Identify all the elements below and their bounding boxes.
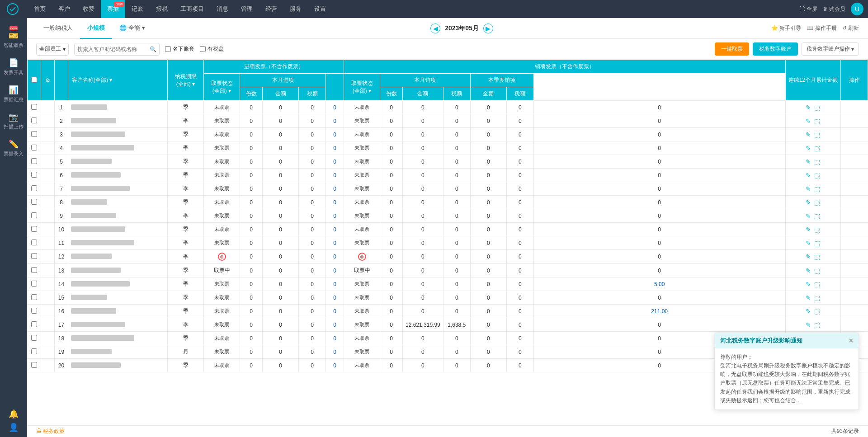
cell-checkbox[interactable] (28, 223, 41, 236)
edit-icon[interactable]: ✎ (806, 212, 811, 220)
row-checkbox[interactable] (31, 267, 37, 273)
copy-icon[interactable]: ⬚ (814, 199, 820, 206)
sub-ledger-checkbox[interactable] (165, 46, 171, 52)
copy-icon[interactable]: ⬚ (814, 240, 820, 247)
row-checkbox[interactable] (31, 145, 37, 150)
nav-operation[interactable]: 经营 (259, 0, 283, 18)
sidebar-item-scan[interactable]: 📷 扫描上传 (0, 108, 27, 135)
nav-business[interactable]: 工商项目 (174, 0, 210, 18)
has-tax-checkbox-wrap[interactable]: 有税盘 (200, 45, 224, 53)
nav-income[interactable]: 收费 (76, 0, 101, 18)
edit-icon[interactable]: ✎ (806, 172, 811, 179)
nav-manage[interactable]: 管理 (235, 0, 259, 18)
nav-bookkeeping[interactable]: 记账 (125, 0, 150, 18)
sidebar-item-entry[interactable]: ✏️ 票据录入 (0, 135, 27, 162)
edit-icon[interactable]: ✎ (806, 185, 811, 193)
one-key-invoice-btn[interactable]: 一键取票 (715, 42, 749, 56)
copy-icon[interactable]: ⬚ (814, 212, 820, 220)
next-month-btn[interactable]: ▶ (483, 23, 493, 33)
copy-icon[interactable]: ⬚ (814, 131, 820, 138)
edit-icon[interactable]: ✎ (806, 308, 811, 315)
row-checkbox[interactable] (31, 117, 37, 123)
refresh-btn[interactable]: ↺ 刷新 (842, 24, 859, 32)
copy-icon[interactable]: ⬚ (814, 172, 820, 179)
user-avatar[interactable]: U (851, 3, 863, 15)
row-checkbox[interactable] (31, 212, 37, 218)
cell-checkbox[interactable] (28, 359, 41, 372)
nav-home[interactable]: 首页 (28, 0, 52, 18)
row-checkbox[interactable] (31, 158, 37, 164)
copy-icon[interactable]: ⬚ (814, 281, 820, 288)
prev-month-btn[interactable]: ◀ (430, 23, 440, 33)
row-checkbox[interactable] (31, 253, 37, 259)
row-checkbox[interactable] (31, 199, 37, 205)
edit-icon[interactable]: ✎ (806, 321, 811, 329)
cell-checkbox[interactable] (28, 182, 41, 196)
edit-icon[interactable]: ✎ (806, 226, 811, 233)
cell-checkbox[interactable] (28, 169, 41, 182)
search-input[interactable] (77, 46, 150, 52)
copy-icon[interactable]: ⬚ (814, 253, 820, 260)
member-btn[interactable]: ♛ 购会员 (823, 5, 845, 13)
cell-checkbox[interactable] (28, 345, 41, 359)
cell-checkbox[interactable] (28, 305, 41, 318)
search-icon[interactable]: 🔍 (150, 46, 156, 52)
nav-tax[interactable]: 报税 (150, 0, 174, 18)
row-checkbox[interactable] (31, 335, 37, 341)
sidebar-bell-icon[interactable]: 🔔 (9, 409, 19, 419)
new-guide-btn[interactable]: ⭐ 新手引导 (771, 24, 801, 32)
row-checkbox[interactable] (31, 104, 37, 110)
cell-checkbox[interactable] (28, 277, 41, 291)
copy-icon[interactable]: ⬚ (814, 185, 820, 193)
cell-checkbox[interactable] (28, 141, 41, 155)
row-checkbox[interactable] (31, 185, 37, 191)
copy-icon[interactable]: ⬚ (814, 158, 820, 165)
edit-icon[interactable]: ✎ (806, 104, 811, 111)
nav-message[interactable]: 消息 (210, 0, 235, 18)
edit-icon[interactable]: ✎ (806, 199, 811, 206)
edit-icon[interactable]: ✎ (806, 240, 811, 247)
cell-checkbox[interactable] (28, 264, 41, 277)
row-checkbox[interactable] (31, 294, 37, 300)
sidebar-item-open-invoice[interactable]: 📄 发票开具 (0, 53, 27, 80)
cell-checkbox[interactable] (28, 291, 41, 305)
select-all-checkbox[interactable] (31, 77, 37, 83)
edit-icon[interactable]: ✎ (806, 117, 811, 125)
edit-icon[interactable]: ✎ (806, 158, 811, 165)
tax-digital-account-btn[interactable]: 税务数字账户 (753, 42, 798, 56)
copy-icon[interactable]: ⬚ (814, 104, 820, 111)
cell-checkbox[interactable] (28, 209, 41, 223)
tab-small[interactable]: 小规模 (80, 18, 112, 39)
row-checkbox[interactable] (31, 321, 37, 327)
copy-icon[interactable]: ⬚ (814, 267, 820, 274)
has-tax-checkbox[interactable] (200, 46, 206, 52)
tab-general[interactable]: 一般纳税人 (36, 18, 80, 39)
manual-btn[interactable]: 📖 操作手册 (807, 24, 836, 32)
tab-all[interactable]: 🌐 全能 ▾ (112, 18, 152, 39)
edit-icon[interactable]: ✎ (806, 267, 811, 274)
sidebar-user-icon[interactable]: 👤 (9, 423, 19, 432)
edit-icon[interactable]: ✎ (806, 281, 811, 288)
cell-checkbox[interactable] (28, 101, 41, 114)
copy-icon[interactable]: ⬚ (814, 117, 820, 125)
row-checkbox[interactable] (31, 240, 37, 245)
employee-select[interactable]: 全部员工 ▾ (36, 43, 69, 56)
nav-invoice[interactable]: 票据 new (101, 0, 125, 18)
cell-checkbox[interactable] (28, 250, 41, 264)
cell-checkbox[interactable] (28, 332, 41, 345)
cell-checkbox[interactable] (28, 318, 41, 332)
nav-customer[interactable]: 客户 (52, 0, 76, 18)
tax-policy-link[interactable]: 🏛 税务政策 (36, 428, 65, 435)
cell-checkbox[interactable] (28, 236, 41, 250)
cell-checkbox[interactable] (28, 128, 41, 141)
nav-service[interactable]: 服务 (283, 0, 308, 18)
row-checkbox[interactable] (31, 362, 37, 368)
edit-icon[interactable]: ✎ (806, 294, 811, 301)
copy-icon[interactable]: ⬚ (814, 294, 820, 301)
row-checkbox[interactable] (31, 281, 37, 287)
copy-icon[interactable]: ⬚ (814, 226, 820, 233)
row-checkbox[interactable] (31, 172, 37, 178)
row-checkbox[interactable] (31, 348, 37, 354)
fullscreen-btn[interactable]: ⛶ 全屏 (799, 5, 817, 13)
copy-icon[interactable]: ⬚ (814, 145, 820, 152)
